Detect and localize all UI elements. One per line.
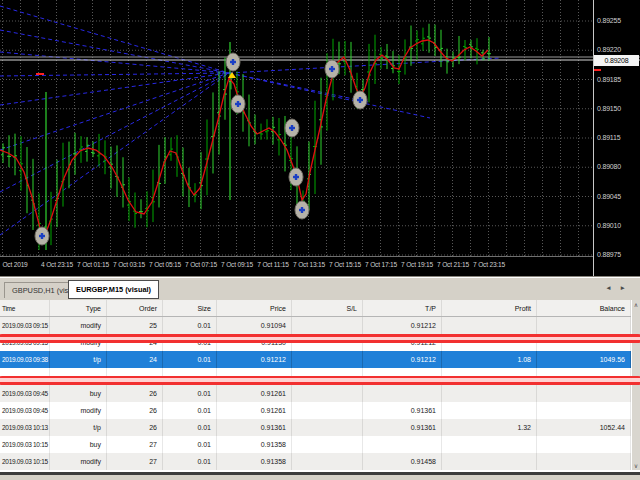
table-row[interactable]: 2019.09.03 09:15modify250.010.910940.912… [0,317,631,334]
cell [292,436,363,453]
cell: 2019.09.03 10:15 [0,436,50,453]
cell [292,453,363,470]
cell: 26 [107,419,163,436]
cell [442,436,537,453]
cell: buy [50,385,107,402]
fan-line [0,73,229,76]
table-row[interactable]: 2019.09.03 09:45modify260.010.912610.913… [0,402,631,419]
column-header-Size: Size [163,300,217,316]
trade-marker-icon [353,91,367,109]
trade-marker-icon [226,53,240,78]
tab-scroll-arrows: ◄► [605,284,634,291]
table-row-selected[interactable]: 2019.09.03 09:38t/p240.010.912120.912121… [0,351,631,368]
cell: 0.91094 [217,317,292,334]
cell: t/p [50,419,107,436]
fan-line [229,73,368,102]
cell: buy [50,436,107,453]
scroll-down-icon[interactable]: ∨ [632,462,640,469]
cell: modify [50,317,107,334]
cell [442,317,537,334]
trade-marker-icon [289,168,303,186]
red-annotation-band [0,376,640,385]
cell: 0.91212 [217,351,292,368]
price-axis-label: 0.89255 [597,17,639,24]
scroll-up-icon[interactable]: ∧ [632,301,640,308]
cell [292,402,363,419]
cell: 0.01 [163,402,217,419]
cell: 26 [107,402,163,419]
tab-eurgbp-m15[interactable]: EURGBP,M15 (visual) [68,280,159,299]
cell [537,453,631,470]
price-axis-label: 0.88975 [597,251,639,258]
column-header-Price: Price [217,300,292,316]
trade-marker-icon [231,95,245,113]
cell: 25 [107,317,163,334]
trade-marker-icon [295,201,309,219]
fan-line [0,73,229,105]
table-scrollbar[interactable]: ∧ ∨ [632,300,640,472]
cell [292,385,363,402]
cell: 0.91361 [363,402,442,419]
cell: 0.01 [163,436,217,453]
table-row[interactable]: 2019.09.03 10:15buy270.010.91358 [0,436,631,453]
cell: 27 [107,436,163,453]
cell [537,402,631,419]
cell: 0.01 [163,453,217,470]
price-axis-label: 0.89010 [597,222,639,229]
cell: 0.91261 [217,385,292,402]
cell [442,385,537,402]
column-header-Order: Order [107,300,163,316]
trade-marker-icon [35,227,49,245]
cell: 0.01 [163,385,217,402]
table-row[interactable]: 2019.09.03 10:15modify270.010.913580.914… [0,453,631,470]
candlestick-chart: 0.892550.892200.891850.891500.891150.890… [0,0,640,276]
cell [537,436,631,453]
chart-canvas [0,0,640,276]
column-header-T/P: T/P [363,300,442,316]
results-table: TimeTypeOrderSizePriceS/LT/PProfitBalanc… [0,300,640,472]
cell: 0.91458 [363,453,442,470]
cell: 2019.09.03 09:45 [0,402,50,419]
cell: 0.91261 [217,402,292,419]
tab-scroll-right-icon[interactable]: ► [620,284,634,291]
cell [363,436,442,453]
cell: modify [50,453,107,470]
price-axis-label: 0.89150 [597,105,639,112]
cell [537,317,631,334]
cell [442,402,537,419]
cell [292,419,363,436]
cell: 0.91361 [363,419,442,436]
cell: 1052.44 [537,419,631,436]
price-axis-label: 0.89185 [597,76,639,83]
cell: 1049.56 [537,351,631,368]
table-row[interactable]: 2019.09.03 09:45buy260.010.91261 [0,385,631,402]
price-axis-label: 0.89115 [597,134,639,141]
column-header-Type: Type [50,300,107,316]
cell [292,351,363,368]
cell: 2019.09.03 10:15 [0,453,50,470]
price-axis-label: 0.89220 [597,46,639,53]
cell: 24 [107,351,163,368]
time-axis-label: 7 Oct 23:15 [461,261,517,268]
cell: 0.91361 [217,419,292,436]
table-row[interactable]: 2019.09.03 10:13t/p260.010.913610.913611… [0,419,631,436]
cell: 0.91212 [363,351,442,368]
cell: modify [50,402,107,419]
cell: 2019.09.03 09:15 [0,317,50,334]
tab-scroll-left-icon[interactable]: ◄ [605,284,619,291]
chart-tab-bar: GBPUSD,H1 (visual) EURGBP,M15 (visual) ◄… [0,276,640,300]
cell: 0.91212 [363,317,442,334]
cell: 0.91358 [217,453,292,470]
window-bottom-strip [0,475,640,480]
fan-line [0,52,229,73]
table-header-row: TimeTypeOrderSizePriceS/LT/PProfitBalanc… [0,300,631,317]
price-axis-label: 0.89080 [597,163,639,170]
column-header-S/L: S/L [292,300,363,316]
current-price-box: 0.89208 [594,55,639,66]
cell [363,385,442,402]
red-annotation-band [0,334,640,343]
cell: 0.01 [163,419,217,436]
trade-marker-icon [325,60,339,78]
column-header-Balance: Balance [537,300,631,316]
cell: 0.01 [163,317,217,334]
